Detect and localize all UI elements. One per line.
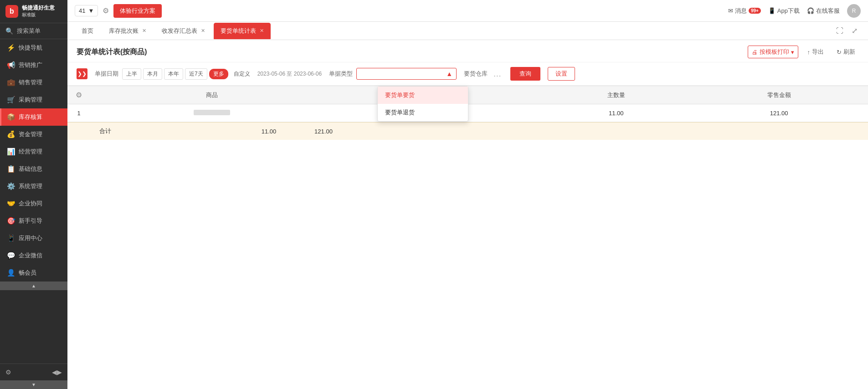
dropdown-option-1[interactable]: 要货单退货 bbox=[378, 104, 468, 121]
collab-icon: 🤝 bbox=[7, 200, 15, 208]
sidebar-item-label: 库存核算 bbox=[19, 113, 42, 121]
app-logo: b 畅捷通好生意 标准版 bbox=[0, 0, 67, 23]
filter-type-group: 单据类型 ▲ bbox=[329, 68, 457, 80]
sidebar-item-inventory[interactable]: 📦 库存核算 bbox=[0, 108, 67, 126]
tab-fullscreen-icon[interactable]: ⤢ bbox=[848, 25, 861, 37]
business-icon: 📊 bbox=[7, 148, 15, 156]
sidebar-item-label: 销售管理 bbox=[19, 78, 42, 87]
message-label: 消息 bbox=[735, 7, 747, 15]
expand-icon: ❯❯ bbox=[77, 71, 87, 77]
chevron-down-icon: ▼ bbox=[88, 7, 94, 14]
logo-icon: b bbox=[5, 5, 18, 18]
dropdown-option-0[interactable]: 要货单要货 bbox=[378, 87, 468, 104]
tab-close-icon[interactable]: ✕ bbox=[260, 28, 264, 34]
purchase-icon: 🛒 bbox=[7, 96, 15, 104]
sidebar-item-basic[interactable]: 📋 基础信息 bbox=[0, 160, 67, 178]
sidebar-item-marketing[interactable]: 📢 营销推广 bbox=[0, 56, 67, 74]
sidebar-item-sales[interactable]: 💼 销售管理 bbox=[0, 74, 67, 91]
message-icon: ✉ bbox=[728, 7, 733, 14]
inventory-icon: 📦 bbox=[7, 113, 15, 121]
avatar[interactable]: R bbox=[847, 4, 861, 18]
message-btn[interactable]: ✉ 消息 99+ bbox=[728, 7, 761, 15]
table-settings-icon[interactable]: ⚙ bbox=[76, 91, 82, 99]
type-filter-label: 单据类型 bbox=[329, 70, 353, 78]
cell-qty: 11.00 bbox=[542, 104, 690, 122]
date-range-display: 2023-05-06 至 2023-06-06 bbox=[257, 70, 322, 78]
tab-home-label: 首页 bbox=[82, 27, 93, 35]
appstore-icon: 📱 bbox=[7, 234, 15, 242]
page-title: 要货单统计表(按商品) bbox=[77, 47, 147, 57]
filter-date-group: 单据日期 上半 本月 本年 近7天 更多 自定义 2023-05-06 至 20… bbox=[95, 68, 322, 80]
tab-close-icon[interactable]: ✕ bbox=[142, 28, 146, 34]
sidebar-item-label: 资金管理 bbox=[19, 130, 42, 138]
product-name-placeholder bbox=[194, 110, 230, 115]
collapse-icon[interactable]: ◀▶ bbox=[52, 369, 62, 376]
refresh-btn[interactable]: ↻ 刷新 bbox=[833, 46, 859, 58]
tab-inventory-batch[interactable]: 库存批次账 ✕ bbox=[102, 23, 153, 39]
type-select[interactable]: ▲ bbox=[356, 68, 457, 80]
app-sub: 标准版 bbox=[22, 12, 55, 18]
topbar: 41 ▼ ⚙ 体验行业方案 ✉ 消息 99+ 📱 App下载 🎧 在线客服 R bbox=[67, 0, 868, 22]
sidebar-item-member[interactable]: 👤 畅会员 bbox=[0, 264, 67, 282]
filter-bar: ❯❯ 单据日期 上半 本月 本年 近7天 更多 自定义 2023-05-06 至… bbox=[67, 62, 868, 86]
store-selector[interactable]: 41 ▼ bbox=[75, 5, 98, 16]
printer-icon: 🖨 bbox=[752, 49, 758, 56]
type-select-input[interactable] bbox=[360, 71, 446, 77]
footer-label: 合计 bbox=[99, 128, 111, 134]
print-btn[interactable]: 🖨 按模板打印 ▾ bbox=[748, 46, 798, 58]
phone-icon: 📱 bbox=[768, 7, 776, 14]
sidebar-item-quick[interactable]: ⚡ 快捷导航 bbox=[0, 39, 67, 56]
finance-icon: 💰 bbox=[7, 130, 15, 138]
sidebar-item-appstore[interactable]: 📱 应用中心 bbox=[0, 230, 67, 247]
quick-icon: ⚡ bbox=[7, 44, 15, 52]
sidebar-item-guide[interactable]: 🎯 新手引导 bbox=[0, 212, 67, 230]
sidebar-scroll-up[interactable]: ▲ bbox=[0, 282, 67, 290]
wecom-icon: 💬 bbox=[7, 251, 15, 260]
sidebar-item-business[interactable]: 📊 经营管理 bbox=[0, 143, 67, 160]
tab-close-icon[interactable]: ✕ bbox=[201, 28, 205, 34]
trial-btn[interactable]: 体验行业方案 bbox=[113, 4, 162, 18]
date-more-btn[interactable]: 更多 bbox=[209, 69, 228, 79]
settings-btn[interactable]: 设置 bbox=[548, 67, 575, 81]
col-settings[interactable]: ⚙ bbox=[67, 86, 90, 104]
tab-order-stats[interactable]: 要货单统计表 ✕ bbox=[214, 23, 271, 39]
tab-home[interactable]: 首页 bbox=[75, 23, 100, 39]
type-dropdown: 要货单要货 要货单退货 bbox=[377, 86, 468, 122]
system-icon: ⚙️ bbox=[7, 182, 15, 190]
date-filter-label: 单据日期 bbox=[95, 70, 118, 78]
sidebar-scroll-down[interactable]: ▼ bbox=[0, 380, 67, 389]
tab-summary[interactable]: 收发存汇总表 ✕ bbox=[155, 23, 212, 39]
store-name: 41 bbox=[79, 7, 85, 14]
date-this-month-btn[interactable]: 本月 bbox=[143, 68, 162, 80]
export-icon: ↑ bbox=[807, 49, 811, 56]
sidebar-item-wecom[interactable]: 💬 企业微信 bbox=[0, 247, 67, 264]
col-product: 商品 bbox=[90, 86, 334, 104]
export-btn[interactable]: ↑ 导出 bbox=[804, 46, 828, 58]
sidebar-item-label: 快捷导航 bbox=[19, 44, 42, 52]
sidebar-item-system[interactable]: ⚙️ 系统管理 bbox=[0, 178, 67, 195]
sidebar-item-collab[interactable]: 🤝 企业协同 bbox=[0, 195, 67, 212]
sidebar-item-finance[interactable]: 💰 资金管理 bbox=[0, 126, 67, 143]
search-icon: 🔍 bbox=[5, 27, 13, 35]
query-btn[interactable]: 查询 bbox=[510, 67, 540, 81]
date-last7-btn[interactable]: 近7天 bbox=[185, 68, 207, 80]
tabbar-right: ⛶ ⤢ bbox=[833, 25, 861, 37]
gear-icon[interactable]: ⚙ bbox=[103, 6, 109, 15]
date-custom-btn[interactable]: 自定义 bbox=[230, 69, 254, 79]
online-service-btn[interactable]: 🎧 在线客服 bbox=[807, 7, 840, 15]
settings-icon[interactable]: ⚙ bbox=[5, 369, 11, 376]
sidebar-item-label: 基础信息 bbox=[19, 165, 42, 173]
cell-amount: 121.00 bbox=[690, 104, 868, 122]
topbar-left: 41 ▼ ⚙ 体验行业方案 bbox=[75, 4, 162, 18]
filter-toggle-btn[interactable]: ❯❯ bbox=[77, 68, 87, 79]
tab-expand-icon[interactable]: ⛶ bbox=[833, 25, 846, 37]
sidebar-item-purchase[interactable]: 🛒 采购管理 bbox=[0, 91, 67, 108]
app-download-label: App下载 bbox=[777, 7, 800, 15]
date-last-half-btn[interactable]: 上半 bbox=[122, 68, 141, 80]
app-download-btn[interactable]: 📱 App下载 bbox=[768, 7, 800, 15]
sidebar-item-search[interactable]: 🔍 搜索菜单 bbox=[0, 23, 67, 39]
filter-more-icon[interactable]: … bbox=[491, 69, 503, 79]
sidebar: b 畅捷通好生意 标准版 🔍 搜索菜单 ⚡ 快捷导航 📢 营销推广 💼 销售管理… bbox=[0, 0, 67, 389]
page-content: 要货单统计表(按商品) 🖨 按模板打印 ▾ ↑ 导出 ↻ 刷新 bbox=[67, 40, 868, 389]
date-this-year-btn[interactable]: 本年 bbox=[164, 68, 183, 80]
